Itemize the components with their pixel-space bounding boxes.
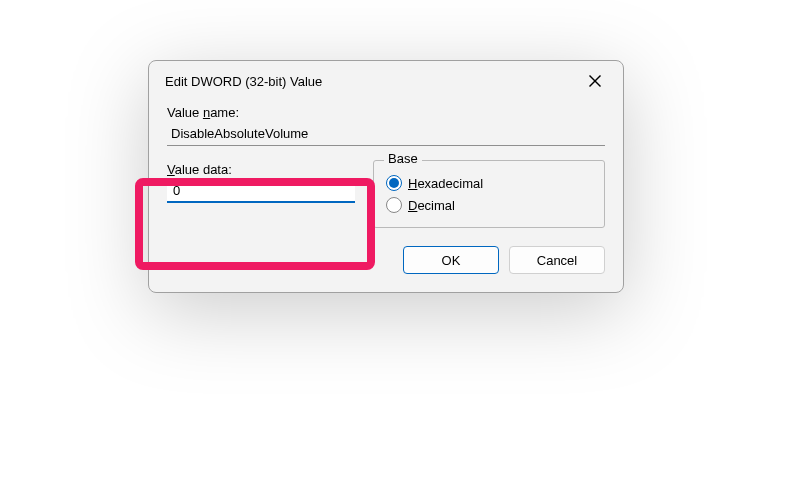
radio-hexadecimal[interactable]: Hexadecimal bbox=[386, 175, 592, 191]
value-name-field[interactable] bbox=[167, 122, 605, 146]
radio-label: Decimal bbox=[408, 198, 455, 213]
dialog-titlebar: Edit DWORD (32-bit) Value bbox=[149, 61, 623, 101]
radio-label: Hexadecimal bbox=[408, 176, 483, 191]
radio-icon bbox=[386, 197, 402, 213]
cancel-button[interactable]: Cancel bbox=[509, 246, 605, 274]
value-data-label: Value data: bbox=[167, 162, 367, 177]
value-name-label: Value name: bbox=[167, 105, 605, 120]
dialog-title: Edit DWORD (32-bit) Value bbox=[165, 74, 322, 89]
radio-decimal[interactable]: Decimal bbox=[386, 197, 592, 213]
ok-button[interactable]: OK bbox=[403, 246, 499, 274]
edit-dword-dialog: Edit DWORD (32-bit) Value Value name: Va… bbox=[148, 60, 624, 293]
base-group: Base Hexadecimal Decimal bbox=[373, 160, 605, 228]
close-button[interactable] bbox=[579, 65, 611, 97]
close-icon bbox=[588, 74, 602, 88]
base-group-legend: Base bbox=[384, 151, 422, 166]
radio-icon bbox=[386, 175, 402, 191]
value-data-input[interactable] bbox=[167, 179, 355, 203]
